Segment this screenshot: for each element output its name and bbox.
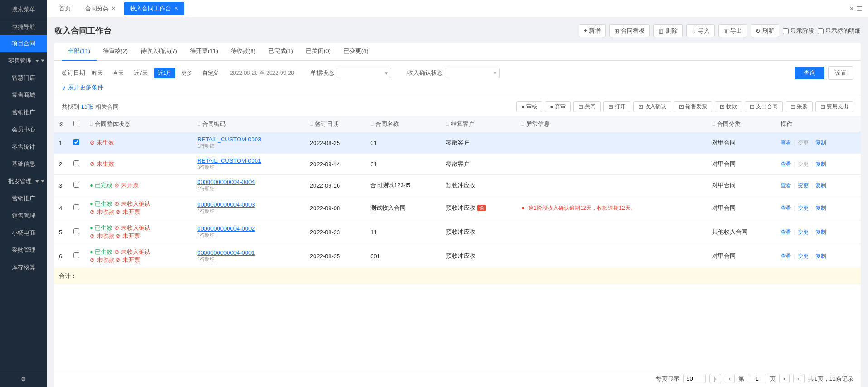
tab-contract-category[interactable]: 合同分类 ✕ bbox=[79, 2, 122, 15]
filter-tab-pending-confirm[interactable]: 待收入确认(7) bbox=[134, 43, 184, 61]
view-btn-6[interactable]: 查看 bbox=[781, 253, 791, 259]
tab-income-workbench[interactable]: 收入合同工作台 ✕ bbox=[124, 2, 184, 15]
sidebar-search[interactable]: 搜索菜单 bbox=[0, 0, 47, 19]
filter-tab-pending-payment[interactable]: 待收款(8) bbox=[224, 43, 262, 61]
purchase-button[interactable]: ⊡ 采购 bbox=[786, 101, 813, 112]
contract-link-3[interactable]: 0000000000004-0004 bbox=[197, 179, 255, 185]
filter-tab-completed[interactable]: 已完成(1) bbox=[262, 43, 300, 61]
show-detail-input[interactable] bbox=[818, 28, 824, 34]
next-page-button[interactable]: › bbox=[779, 374, 789, 383]
sidebar-item-marketing2[interactable]: 营销推广 bbox=[0, 190, 47, 207]
sidebar-item-project[interactable]: 项目合同 bbox=[0, 35, 47, 52]
doc-status-select[interactable] bbox=[337, 68, 391, 78]
view-btn-1[interactable]: 查看 bbox=[781, 140, 791, 146]
contract-link-2[interactable]: RETAIL_CUSTOM-0001 bbox=[197, 157, 261, 164]
filter-tab-closed[interactable]: 已关闭(0) bbox=[300, 43, 337, 61]
settings-button[interactable]: ⚙ bbox=[0, 371, 47, 387]
copy-btn-5[interactable]: 复制 bbox=[815, 229, 826, 235]
close-contract-button[interactable]: ⊡ 关闭 bbox=[573, 101, 601, 112]
row-checkbox-3[interactable] bbox=[73, 182, 79, 188]
first-page-button[interactable]: |‹ bbox=[709, 374, 721, 383]
close-tab-contract[interactable]: ✕ bbox=[112, 5, 116, 11]
new-button[interactable]: + 新增 bbox=[579, 24, 606, 37]
copy-btn-3[interactable]: 复制 bbox=[815, 182, 826, 189]
change-btn-1[interactable]: 变更 bbox=[798, 140, 809, 146]
date-btn-yesterday[interactable]: 昨天 bbox=[88, 68, 107, 78]
expense-contract-button[interactable]: ⊡ 支出合同 bbox=[745, 101, 783, 112]
dashboard-button[interactable]: ⊞ 合同看板 bbox=[609, 24, 650, 37]
sidebar-nav[interactable]: 快捷导航 bbox=[0, 19, 47, 35]
sidebar-item-wholesale[interactable]: 批发管理 bbox=[0, 173, 47, 190]
row-checkbox-4[interactable] bbox=[73, 204, 79, 210]
import-button[interactable]: ⇩ 导入 bbox=[686, 24, 715, 37]
view-btn-5[interactable]: 查看 bbox=[781, 229, 791, 235]
prev-page-button[interactable]: ‹ bbox=[725, 374, 735, 383]
refresh-button[interactable]: ↻ 刷新 bbox=[751, 24, 779, 37]
sidebar-item-inventory[interactable]: 库存核算 bbox=[0, 259, 47, 276]
income-confirm-btn[interactable]: ⊡ 收入确认 bbox=[633, 101, 671, 112]
page-size-select[interactable]: 50 10 20 100 bbox=[683, 374, 706, 383]
copy-btn-4[interactable]: 复制 bbox=[815, 205, 826, 211]
change-btn-4[interactable]: 变更 bbox=[798, 205, 809, 211]
copy-btn-1[interactable]: 复制 bbox=[815, 140, 826, 146]
page-input[interactable] bbox=[748, 374, 766, 383]
set-button[interactable]: 设置 bbox=[828, 66, 853, 80]
sidebar-item-xiaobo[interactable]: 小畅电商 bbox=[0, 224, 47, 242]
sidebar-item-smart-store[interactable]: 智慧门店 bbox=[0, 69, 47, 87]
change-btn-3[interactable]: 变更 bbox=[798, 182, 809, 189]
row-checkbox-1[interactable] bbox=[73, 139, 79, 145]
show-stage-checkbox[interactable]: 显示阶段 bbox=[783, 27, 814, 35]
open-contract-button[interactable]: ⊞ 打开 bbox=[603, 101, 630, 112]
sidebar-item-sales-mgmt[interactable]: 销售管理 bbox=[0, 207, 47, 224]
last-page-button[interactable]: ›| bbox=[793, 374, 805, 383]
filter-tab-pending-invoice[interactable]: 待开票(11) bbox=[184, 43, 224, 61]
table-scroll[interactable]: ⚙ ≡ 合同整体状态 ≡ 合同编码 ≡ 签订日期 ≡ 合同名称 ≡ 结算客户 ≡… bbox=[54, 116, 861, 370]
expand-conditions-button[interactable]: ∨ 展开更多条件 bbox=[62, 83, 103, 92]
query-button[interactable]: 查询 bbox=[795, 67, 824, 79]
copy-btn-2[interactable]: 复制 bbox=[815, 161, 826, 167]
sidebar-item-retail-mall[interactable]: 零售商城 bbox=[0, 87, 47, 104]
view-btn-4[interactable]: 查看 bbox=[781, 205, 791, 211]
payment-button[interactable]: ⊡ 收款 bbox=[715, 101, 742, 112]
view-btn-3[interactable]: 查看 bbox=[781, 182, 791, 189]
row-checkbox-6[interactable] bbox=[73, 252, 79, 258]
copy-btn-6[interactable]: 复制 bbox=[815, 253, 826, 259]
filter-tab-changed[interactable]: 已变更(4) bbox=[337, 43, 375, 61]
change-btn-2[interactable]: 变更 bbox=[798, 161, 809, 167]
change-btn-6[interactable]: 变更 bbox=[798, 253, 809, 259]
contract-link-4[interactable]: 0000000000004-0003 bbox=[197, 201, 255, 208]
date-btn-more[interactable]: 更多 bbox=[177, 68, 196, 78]
tab-home[interactable]: 首页 bbox=[53, 2, 77, 15]
row-checkbox-2[interactable] bbox=[73, 160, 79, 166]
filter-tab-pending-review[interactable]: 待审核(2) bbox=[97, 43, 134, 61]
sidebar-item-member[interactable]: 会员中心 bbox=[0, 121, 47, 138]
sidebar-item-retail-stats[interactable]: 零售统计 bbox=[0, 138, 47, 155]
filter-tab-all[interactable]: 全部(11) bbox=[62, 43, 97, 61]
sidebar-item-retail-mgmt[interactable]: 零售管理 bbox=[0, 52, 47, 69]
select-all-checkbox[interactable] bbox=[73, 121, 79, 126]
contract-link-5[interactable]: 0000000000004-0002 bbox=[197, 225, 255, 232]
income-confirm-select[interactable] bbox=[446, 68, 500, 78]
close-tab-income[interactable]: ✕ bbox=[174, 5, 178, 11]
sidebar-item-purchase[interactable]: 采购管理 bbox=[0, 242, 47, 259]
date-btn-1month[interactable]: 近1月 bbox=[154, 68, 176, 78]
review-button[interactable]: ● 审核 bbox=[516, 101, 542, 112]
window-close[interactable]: ✕ bbox=[849, 5, 854, 12]
date-btn-7days[interactable]: 近7天 bbox=[130, 68, 152, 78]
show-detail-checkbox[interactable]: 显示标的明细 bbox=[818, 27, 861, 35]
view-btn-2[interactable]: 查看 bbox=[781, 161, 791, 167]
sales-invoice-button[interactable]: ⊡ 销售发票 bbox=[674, 101, 712, 112]
row-checkbox-5[interactable] bbox=[73, 228, 79, 234]
contract-link-1[interactable]: RETAIL_CUSTOM-0003 bbox=[197, 136, 261, 143]
abandon-review-button[interactable]: ● 弃审 bbox=[545, 101, 571, 112]
expense-out-button[interactable]: ⊡ 费用支出 bbox=[815, 101, 853, 112]
sidebar-item-marketing[interactable]: 营销推广 bbox=[0, 104, 47, 121]
change-btn-5[interactable]: 变更 bbox=[798, 229, 809, 235]
delete-button[interactable]: 🗑 删除 bbox=[653, 24, 683, 37]
show-stage-input[interactable] bbox=[783, 28, 789, 34]
sidebar-item-base-info[interactable]: 基础信息 bbox=[0, 155, 47, 173]
window-restore[interactable]: 🗖 bbox=[856, 5, 863, 12]
date-btn-custom[interactable]: 自定义 bbox=[198, 68, 223, 78]
contract-link-6[interactable]: 0000000000004-0001 bbox=[197, 249, 255, 256]
date-btn-today[interactable]: 今天 bbox=[109, 68, 128, 78]
